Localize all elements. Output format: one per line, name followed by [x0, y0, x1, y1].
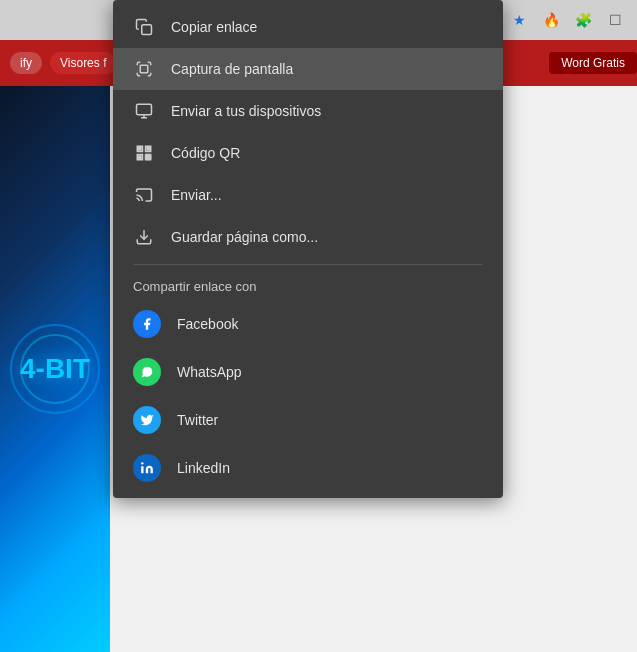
window-button[interactable]: ☐: [601, 6, 629, 34]
cast-icon: [133, 184, 155, 206]
menu-item-qr-code[interactable]: Código QR: [113, 132, 503, 174]
facebook-label: Facebook: [177, 316, 238, 332]
nav-visores[interactable]: Visores f: [50, 52, 116, 74]
menu-item-send-devices[interactable]: Enviar a tus dispositivos: [113, 90, 503, 132]
page-image: 4-BIT: [0, 86, 110, 652]
twitter-share-icon: [133, 406, 161, 434]
word-gratis-label[interactable]: Word Gratis: [549, 52, 637, 74]
share-section-label: Compartir enlace con: [113, 271, 503, 300]
svg-rect-15: [149, 155, 151, 157]
screenshot-label: Captura de pantalla: [171, 61, 293, 77]
whatsapp-label: WhatsApp: [177, 364, 242, 380]
svg-rect-12: [146, 155, 148, 157]
copy-icon: [133, 16, 155, 38]
svg-point-18: [141, 462, 143, 464]
qr-icon: [133, 142, 155, 164]
linkedin-label: LinkedIn: [177, 460, 230, 476]
nav-ify[interactable]: ify: [10, 52, 42, 74]
menu-item-send[interactable]: Enviar...: [113, 174, 503, 216]
svg-rect-10: [139, 156, 141, 158]
menu-item-twitter[interactable]: Twitter: [113, 396, 503, 444]
save-icon: [133, 226, 155, 248]
twitter-label: Twitter: [177, 412, 218, 428]
svg-rect-8: [139, 148, 141, 150]
menu-item-facebook[interactable]: Facebook: [113, 300, 503, 348]
svg-rect-13: [149, 158, 151, 160]
screenshot-icon: [133, 58, 155, 80]
menu-item-whatsapp[interactable]: WhatsApp: [113, 348, 503, 396]
bookmark-button[interactable]: ★: [505, 6, 533, 34]
svg-rect-14: [146, 158, 148, 160]
image-text: 4-BIT: [20, 353, 90, 385]
svg-rect-0: [142, 25, 152, 35]
svg-rect-9: [147, 148, 149, 150]
svg-rect-1: [140, 65, 148, 73]
qr-code-label: Código QR: [171, 145, 240, 161]
facebook-icon: [133, 310, 161, 338]
menu-item-linkedin[interactable]: LinkedIn: [113, 444, 503, 492]
whatsapp-icon: [133, 358, 161, 386]
fire-button[interactable]: 🔥: [537, 6, 565, 34]
svg-rect-2: [137, 104, 152, 115]
extensions-button[interactable]: 🧩: [569, 6, 597, 34]
menu-divider: [133, 264, 483, 265]
menu-item-copy-link[interactable]: Copiar enlace: [113, 6, 503, 48]
send-label: Enviar...: [171, 187, 222, 203]
copy-link-label: Copiar enlace: [171, 19, 257, 35]
menu-item-screenshot[interactable]: Captura de pantalla: [113, 48, 503, 90]
context-menu: Copiar enlace Captura de pantalla Enviar…: [113, 0, 503, 498]
devices-icon: [133, 100, 155, 122]
save-page-label: Guardar página como...: [171, 229, 318, 245]
menu-item-save-page[interactable]: Guardar página como...: [113, 216, 503, 258]
send-devices-label: Enviar a tus dispositivos: [171, 103, 321, 119]
linkedin-icon: [133, 454, 161, 482]
